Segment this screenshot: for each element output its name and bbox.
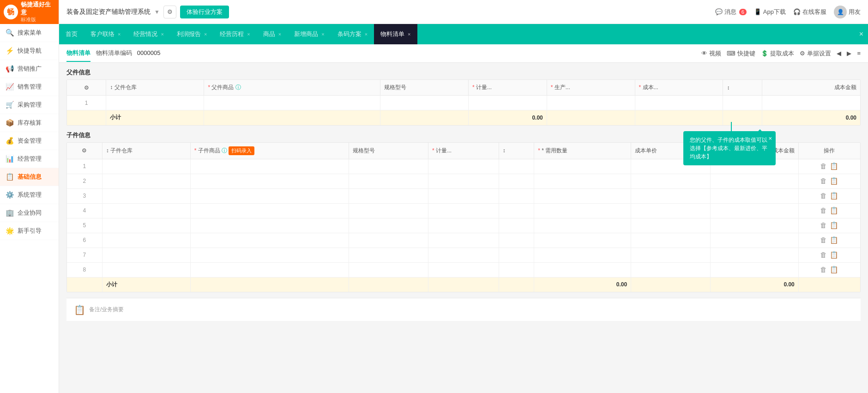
child-row-7-warehouse[interactable] [102, 248, 190, 262]
child-row-3-needed[interactable] [534, 188, 631, 203]
parent-col-setting[interactable]: ⚙ [67, 80, 106, 96]
child-row-3-spec[interactable] [349, 188, 428, 203]
child-row-3-cost-amount[interactable] [710, 188, 798, 203]
child-row-1-spec[interactable] [349, 159, 428, 174]
sidebar-item-guide[interactable]: 🌟 新手引导 [0, 222, 59, 240]
child-row-1-unit[interactable] [428, 159, 499, 174]
tab-close-customer[interactable]: × [118, 31, 121, 37]
child-row-6-needed[interactable] [534, 233, 631, 248]
child-row-7-unit[interactable] [428, 248, 499, 262]
child-row-7-cost-amount[interactable] [710, 248, 798, 262]
scan-button[interactable]: 扫码录入 [229, 146, 254, 155]
delete-icon[interactable]: 🗑 [820, 236, 827, 244]
child-row-2-product[interactable] [190, 174, 349, 188]
child-row-2-needed[interactable] [534, 174, 631, 188]
tab-close-barcode[interactable]: × [365, 31, 368, 37]
view-action[interactable]: 👁 视频 [701, 49, 721, 58]
child-row-5-needed[interactable] [534, 218, 631, 233]
child-row-8-unit-price[interactable] [631, 262, 711, 277]
child-row-5-cost-amount[interactable] [710, 218, 798, 233]
child-row-8-spec[interactable] [349, 262, 428, 277]
child-row-5-warehouse[interactable] [102, 218, 190, 233]
child-row-8-product[interactable] [190, 262, 349, 277]
child-row-7-product[interactable] [190, 248, 349, 262]
copy-icon[interactable]: 📋 [830, 221, 838, 230]
tab-close-bom[interactable]: × [408, 31, 410, 37]
child-row-8-warehouse[interactable] [102, 262, 190, 277]
note-text[interactable]: 备注/业务摘要 [89, 306, 124, 314]
parent-row-1-spec[interactable] [380, 96, 469, 110]
sidebar-item-finance[interactable]: 💰 资金管理 [0, 132, 59, 150]
child-row-6-cost-amount[interactable] [710, 233, 798, 248]
child-row-1-needed[interactable] [534, 159, 631, 174]
child-row-6-product[interactable] [190, 233, 349, 248]
tab-close-new-product[interactable]: × [321, 31, 324, 37]
child-row-4-spec[interactable] [349, 203, 428, 218]
parent-row-1-cost-amount[interactable] [762, 96, 860, 110]
settings-action[interactable]: ⚙ 单据设置 [800, 49, 831, 58]
parent-row-1-cost[interactable] [635, 96, 723, 110]
delete-icon[interactable]: 🗑 [820, 251, 827, 259]
copy-icon[interactable]: 📋 [830, 177, 838, 185]
child-row-4-unit-price[interactable] [631, 203, 711, 218]
child-row-3-product[interactable] [190, 188, 349, 203]
sidebar-item-inventory[interactable]: 📦 库存核算 [0, 114, 59, 132]
child-row-5-unit-price[interactable] [631, 218, 711, 233]
delete-icon[interactable]: 🗑 [820, 162, 827, 170]
child-row-3-unit[interactable] [428, 188, 499, 203]
child-row-7-spec[interactable] [349, 248, 428, 262]
cost-action[interactable]: 💲 提取成本 [761, 49, 794, 58]
nav-next[interactable]: ▶ [847, 50, 851, 57]
child-row-1-warehouse[interactable] [102, 159, 190, 174]
child-row-5-unit[interactable] [428, 218, 499, 233]
nav-prev[interactable]: ◀ [837, 50, 841, 57]
tab-bom[interactable]: 物料清单 × [374, 24, 417, 44]
online-service-button[interactable]: 🎧 在线客服 [793, 8, 826, 16]
child-row-2-cost-amount[interactable] [710, 174, 798, 188]
delete-icon[interactable]: 🗑 [820, 192, 827, 200]
child-row-5-product[interactable] [190, 218, 349, 233]
child-row-8-needed[interactable] [534, 262, 631, 277]
delete-icon[interactable]: 🗑 [820, 206, 827, 215]
child-row-8-unit[interactable] [428, 262, 499, 277]
gear-button[interactable]: ⚙ [163, 6, 176, 18]
tab-profit-report[interactable]: 利润报告 × [170, 24, 213, 44]
delete-icon[interactable]: 🗑 [820, 266, 827, 274]
sidebar-item-quicknav[interactable]: ⚡ 快捷导航 [0, 42, 59, 60]
child-row-3-warehouse[interactable] [102, 188, 190, 203]
tooltip-close-button[interactable]: × [768, 134, 772, 143]
copy-icon[interactable]: 📋 [830, 192, 838, 200]
child-row-2-spec[interactable] [349, 174, 428, 188]
child-row-6-warehouse[interactable] [102, 233, 190, 248]
sidebar-item-purchase[interactable]: 🛒 采购管理 [0, 96, 59, 114]
app-download-button[interactable]: 📱 App下载 [754, 8, 786, 16]
close-all-tabs[interactable]: × [855, 30, 868, 38]
nav-list[interactable]: ≡ [857, 50, 861, 57]
sidebar-item-marketing[interactable]: 📢 营销推广 [0, 60, 59, 78]
copy-icon[interactable]: 📋 [830, 162, 838, 170]
child-row-4-product[interactable] [190, 203, 349, 218]
child-row-1-product[interactable] [190, 159, 349, 174]
tab-product[interactable]: 商品 × [257, 24, 288, 44]
child-row-4-warehouse[interactable] [102, 203, 190, 218]
sidebar-item-basicinfo[interactable]: 📋 基础信息 [0, 168, 59, 186]
copy-icon[interactable]: 📋 [830, 251, 838, 259]
copy-icon[interactable]: 📋 [830, 266, 838, 274]
tab-close-operation-history[interactable]: × [247, 31, 250, 37]
child-row-6-spec[interactable] [349, 233, 428, 248]
parent-row-1-warehouse[interactable] [106, 96, 204, 110]
copy-icon[interactable]: 📋 [830, 236, 838, 244]
child-row-4-needed[interactable] [534, 203, 631, 218]
tab-operation-history[interactable]: 经营历程 × [213, 24, 256, 44]
child-col-setting[interactable]: ⚙ [67, 143, 102, 159]
message-button[interactable]: 💬 消息 6 [715, 8, 747, 16]
child-row-7-needed[interactable] [534, 248, 631, 262]
sidebar-item-operation[interactable]: 📊 经营管理 [0, 150, 59, 168]
tab-close-operation-status[interactable]: × [161, 31, 163, 37]
child-row-2-warehouse[interactable] [102, 174, 190, 188]
parent-row-1-unit[interactable] [469, 96, 547, 110]
sidebar-item-system[interactable]: ⚙️ 系统管理 [0, 186, 59, 204]
sidebar-item-search[interactable]: 🔍 搜索菜单 [0, 24, 59, 42]
tab-home[interactable]: 首页 [59, 24, 84, 44]
sidebar-item-enterprise[interactable]: 🏢 企业协同 [0, 204, 59, 222]
